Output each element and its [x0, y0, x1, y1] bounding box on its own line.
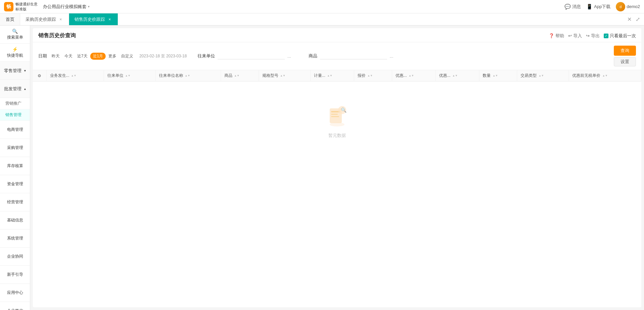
- col-partner-name[interactable]: 往来单位名称 ▲▼: [155, 70, 221, 82]
- sidebar-item-quicknav[interactable]: ⚡ 快捷导航: [0, 44, 30, 62]
- page-title-actions: ❓ 帮助 ↩ 导入 ↪ 导出 ✓ 只看最后一次: [549, 33, 636, 39]
- export-button[interactable]: ↪ 导出: [586, 33, 600, 39]
- partner-filter-group: 往来单位 ...: [198, 53, 291, 59]
- date-btn-custom[interactable]: 自定义: [119, 53, 135, 60]
- date-btn-today[interactable]: 今天: [62, 53, 74, 60]
- col-goods[interactable]: 商品 ▲▼: [221, 70, 259, 82]
- chevron-down-icon: ▾: [88, 5, 90, 8]
- wholesale-label: 批发管理: [4, 86, 21, 92]
- date-range-display: 2023-02-18 至 2023-03-18: [139, 53, 186, 59]
- col-discount2-label: 优惠...: [439, 73, 450, 78]
- tab-sales[interactable]: 销售历史价跟踪 ×: [69, 13, 118, 25]
- sort-icon-discount2: ▲▼: [452, 74, 458, 77]
- sidebar-item-retail[interactable]: 零售管理 ▾: [0, 62, 30, 80]
- sidebar-item-wholesale[interactable]: 批发管理 ▴: [0, 80, 30, 98]
- checkbox-checked-icon: ✓: [604, 34, 608, 38]
- top-header: 畅 畅捷通好生意 标准版 办公用品行业模拟账套 ▾ 💬 消息 📱 App下载 d…: [0, 0, 644, 13]
- col-business-date[interactable]: 业务发生... ▲▼: [46, 70, 104, 82]
- sidebar-item-operations[interactable]: 经营管理: [0, 193, 30, 211]
- goods-ellipsis[interactable]: ...: [390, 54, 393, 59]
- sort-icon-discount1: ▲▼: [409, 74, 414, 77]
- tab-purchase[interactable]: 采购历史价跟踪 ×: [20, 13, 69, 25]
- goods-filter-group: 商品 ...: [309, 53, 393, 59]
- close-tab-icon[interactable]: ✕: [626, 15, 633, 23]
- tab-home-label: 首页: [6, 16, 14, 22]
- sidebar-sub-sales[interactable]: 销售管理: [0, 109, 30, 121]
- purchase-label: 采购管理: [7, 145, 23, 151]
- sidebar-item-purchase[interactable]: 采购管理: [0, 139, 30, 157]
- col-business-date-label: 业务发生...: [50, 73, 69, 78]
- sidebar-item-enterprise[interactable]: 企业协同: [0, 248, 30, 266]
- sidebar-item-finance[interactable]: 资金管理: [0, 175, 30, 193]
- marketing-label: 营销推广: [5, 101, 21, 106]
- sidebar-item-wechat[interactable]: 企业微信: [0, 302, 30, 310]
- finance-label: 资金管理: [7, 181, 23, 187]
- settings-button[interactable]: 设置: [614, 57, 636, 66]
- maximize-icon[interactable]: ⤢: [634, 15, 641, 23]
- user-action[interactable]: d demo2: [616, 2, 640, 11]
- table-header-row: ⚙ 业务发生... ▲▼ 往来单位 ▲▼ 往来单位名称: [33, 70, 641, 82]
- col-partner-code[interactable]: 往来单位 ▲▼: [104, 70, 155, 82]
- col-settings[interactable]: ⚙: [33, 70, 46, 82]
- import-button[interactable]: ↩ 导入: [568, 33, 582, 39]
- filter-buttons: 查询 设置: [614, 46, 636, 66]
- sidebar-item-inventory[interactable]: 库存核算: [0, 157, 30, 175]
- sort-icon-goods: ▲▼: [234, 74, 239, 77]
- tab-purchase-close[interactable]: ×: [58, 17, 63, 22]
- sidebar-item-basic[interactable]: 基础信息: [0, 211, 30, 229]
- help-button[interactable]: ❓ 帮助: [549, 33, 564, 39]
- sort-icon-pretax-price: ▲▼: [602, 74, 608, 77]
- workspace-selector[interactable]: 办公用品行业模拟账套 ▾: [40, 2, 92, 11]
- sidebar-item-guide[interactable]: 新手引导: [0, 266, 30, 284]
- col-discount1[interactable]: 优惠... ▲▼: [392, 70, 435, 82]
- tab-home[interactable]: 首页: [0, 13, 20, 25]
- search-menu-label: 搜索菜单: [7, 35, 23, 40]
- col-pretax-price[interactable]: 优惠前无税单价 ▲▼: [569, 70, 641, 82]
- col-trade-type[interactable]: 交易类型 ▲▼: [517, 70, 569, 82]
- enterprise-label: 企业协同: [7, 254, 23, 259]
- sidebar-item-appstore[interactable]: 应用中心: [0, 284, 30, 302]
- col-unit[interactable]: 计量... ▲▼: [310, 70, 354, 82]
- sidebar-sub-marketing[interactable]: 营销推广: [0, 98, 30, 109]
- table-settings-icon[interactable]: ⚙: [38, 73, 41, 78]
- operations-label: 经营管理: [7, 199, 23, 205]
- col-goods-label: 商品: [224, 73, 232, 78]
- date-btn-7days[interactable]: 近7天: [75, 53, 90, 60]
- col-quote-label: 报价: [358, 73, 366, 78]
- import-icon: ↩: [568, 33, 572, 38]
- col-quote[interactable]: 报价 ▲▼: [354, 70, 392, 82]
- export-label: 导出: [591, 33, 600, 39]
- date-btn-1month[interactable]: 近1月: [90, 53, 106, 60]
- avatar: d: [616, 2, 625, 11]
- sidebar-item-search[interactable]: 🔍 搜索菜单: [0, 25, 30, 44]
- message-label: 消息: [572, 4, 581, 10]
- sidebar-item-ecommerce[interactable]: 电商管理: [0, 121, 30, 139]
- workspace-name: 办公用品行业模拟账套: [43, 4, 87, 10]
- date-btn-yesterday[interactable]: 昨天: [50, 53, 62, 60]
- sort-icon-partner-name: ▲▼: [185, 74, 190, 77]
- only-last-checkbox[interactable]: ✓ 只看最后一次: [604, 33, 636, 39]
- col-spec-label: 规格型号: [262, 73, 278, 78]
- tab-sales-close[interactable]: ×: [107, 17, 112, 22]
- tab-sales-label: 销售历史价跟踪: [74, 16, 105, 22]
- partner-ellipsis[interactable]: ...: [287, 54, 291, 59]
- col-quantity[interactable]: 数量 ▲▼: [479, 70, 517, 82]
- query-button[interactable]: 查询: [614, 46, 636, 56]
- export-icon: ↪: [586, 33, 590, 38]
- username-label: demo2: [627, 4, 640, 9]
- sidebar-item-system[interactable]: 系统管理: [0, 229, 30, 248]
- date-btn-more[interactable]: 更多: [106, 53, 118, 60]
- sort-icon-quantity: ▲▼: [493, 74, 498, 77]
- inventory-label: 库存核算: [7, 163, 23, 169]
- download-icon: 📱: [586, 4, 593, 10]
- empty-icon: 🔍: [324, 102, 351, 128]
- partner-input[interactable]: [218, 53, 285, 59]
- message-action[interactable]: 💬 消息: [565, 4, 581, 10]
- sort-icon-trade-type: ▲▼: [539, 74, 544, 77]
- basic-label: 基础信息: [7, 217, 23, 223]
- col-spec[interactable]: 规格型号 ▲▼: [259, 70, 310, 82]
- sort-icon-unit: ▲▼: [327, 74, 332, 77]
- goods-input[interactable]: [320, 53, 387, 59]
- col-discount2[interactable]: 优惠... ▲▼: [436, 70, 479, 82]
- download-action[interactable]: 📱 App下载: [586, 4, 610, 10]
